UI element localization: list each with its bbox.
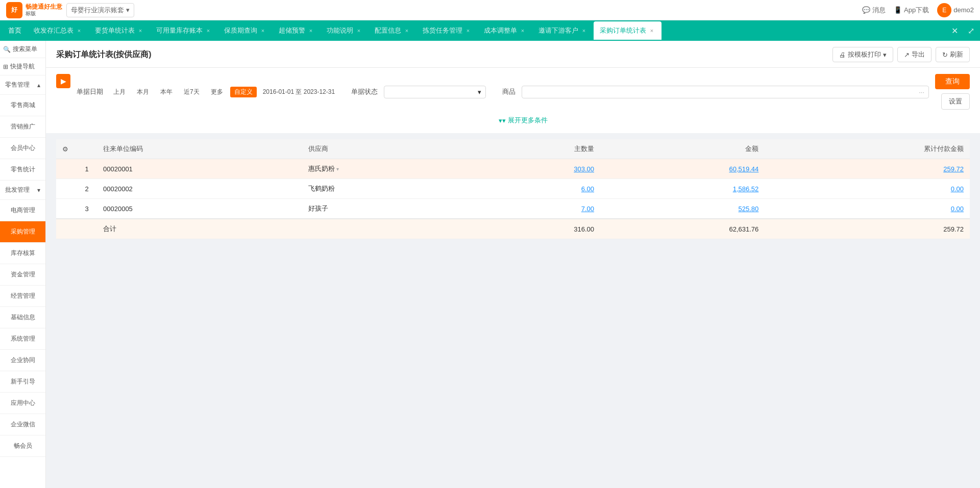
expand-more-button[interactable]: ▾▾ 展开更多条件 xyxy=(499,116,548,125)
status-select[interactable]: ▾ xyxy=(384,86,486,98)
tab-close-pick[interactable]: × xyxy=(464,27,472,34)
sidebar-item-marketing[interactable]: 营销推广 xyxy=(0,116,45,138)
page-header: 采购订单统计表(按供应商) 🖨 按模板打印 ▾ ↗ 导出 ↻ 刷新 xyxy=(46,41,980,68)
filter-row-1: 单据日期 上月 本月 本年 近7天 更多 自定义 2016-01-01 至 20… xyxy=(77,74,970,110)
date-shortcuts: 上月 本月 本年 近7天 更多 自定义 xyxy=(109,87,257,97)
logo-text: 畅捷通好生意 标版 xyxy=(26,3,62,16)
tab-warranty[interactable]: 保质期查询 × xyxy=(218,21,273,40)
tab-close-requisition[interactable]: × xyxy=(137,27,144,34)
tab-home[interactable]: 首页 xyxy=(2,21,28,40)
tab-close-collect[interactable]: × xyxy=(76,27,83,34)
col-settings[interactable]: ⚙ xyxy=(56,139,77,159)
row-qty: 303.00 xyxy=(472,159,600,179)
sidebar-item-member2[interactable]: 畅会员 xyxy=(0,435,45,457)
tab-close-invite[interactable]: × xyxy=(580,27,587,34)
shortcut-this-year[interactable]: 本年 xyxy=(156,87,177,97)
tenant-selector[interactable]: 母婴行业演示账套 ▾ xyxy=(66,3,134,17)
tab-cost-adj[interactable]: 成本调整单 × xyxy=(478,21,532,40)
settings-icon[interactable]: ⚙ xyxy=(62,145,68,153)
row-supplier: 好孩子 xyxy=(302,199,472,219)
tab-invite-down[interactable]: 邀请下游客户 × xyxy=(532,21,594,40)
shortcut-this-month[interactable]: 本月 xyxy=(133,87,153,97)
tab-close-warranty[interactable]: × xyxy=(259,27,266,34)
query-actions: 查询 设置 xyxy=(935,74,970,110)
tab-po-summary[interactable]: 采购订单统计表 × xyxy=(594,21,662,40)
tab-close-overstock[interactable]: × xyxy=(307,27,314,34)
logo-area: 好 畅捷通好生意 标版 xyxy=(6,2,62,18)
sidebar-item-purchase[interactable]: 采购管理 xyxy=(0,221,45,243)
footer-amount: 62,631.76 xyxy=(600,219,765,239)
sidebar-item-wholesale[interactable]: 批发管理 ▾ xyxy=(0,181,45,200)
sidebar-item-ecommerce[interactable]: 电商管理 xyxy=(0,200,45,221)
sidebar-quick-nav[interactable]: ⊞ 快捷导航 xyxy=(0,58,45,75)
tab-close-func[interactable]: × xyxy=(355,27,362,34)
settings-button[interactable]: 设置 xyxy=(941,93,970,110)
custom-date-badge[interactable]: 自定义 xyxy=(230,87,257,97)
tab-close-config[interactable]: × xyxy=(403,27,410,34)
page-title-row: 采购订单统计表(按供应商) 🖨 按模板打印 ▾ ↗ 导出 ↻ 刷新 xyxy=(56,47,970,62)
chevron-down-icon: ▾ xyxy=(126,6,130,14)
table-header-row: ⚙ 往来单位编码 供应商 主数量 金额 累计付款金额 xyxy=(56,139,970,159)
message-button[interactable]: 💬 消息 xyxy=(862,6,886,15)
tab-usable[interactable]: 可用量库存账本 × xyxy=(150,21,218,40)
row-qty: 6.00 xyxy=(472,179,600,199)
tab-requisition[interactable]: 要货单统计表 × xyxy=(89,21,150,40)
table-row[interactable]: 1 00020001 惠氏奶粉 ▾ 303.00 60,519.44 259.7… xyxy=(56,159,970,179)
app-download-button[interactable]: 📱 App下载 xyxy=(894,6,929,15)
chevron-up-icon: ▴ xyxy=(37,82,40,89)
row-qty: 7.00 xyxy=(472,199,600,219)
sidebar-item-wechat[interactable]: 企业微信 xyxy=(0,414,45,435)
sidebar-item-retail-stat[interactable]: 零售统计 xyxy=(0,159,45,181)
sidebar-item-capital[interactable]: 资金管理 xyxy=(0,264,45,286)
table-row[interactable]: 2 00020002 飞鹤奶粉 6.00 1,586.52 0.00 xyxy=(56,179,970,199)
sidebar-item-app-center[interactable]: 应用中心 xyxy=(0,393,45,414)
tab-func-desc[interactable]: 功能说明 × xyxy=(321,21,369,40)
tab-overstock[interactable]: 超储预警 × xyxy=(273,21,321,40)
footer-qty: 316.00 xyxy=(472,219,600,239)
row-amount: 1,586.52 xyxy=(600,179,765,199)
sidebar-item-retail[interactable]: 零售管理 ▴ xyxy=(0,75,45,95)
sidebar-item-basic[interactable]: 基础信息 xyxy=(0,307,45,328)
user-menu[interactable]: E demo2 xyxy=(937,3,974,17)
print-button[interactable]: 🖨 按模板打印 ▾ xyxy=(832,47,893,62)
row-code: 00020005 xyxy=(97,199,302,219)
sidebar-item-operation[interactable]: 经营管理 xyxy=(0,286,45,307)
shortcut-last-month[interactable]: 上月 xyxy=(109,87,130,97)
shortcut-more[interactable]: 更多 xyxy=(207,87,227,97)
table-container: ⚙ 往来单位编码 供应商 主数量 金额 累计付款金额 1 00020001 惠氏… xyxy=(46,133,980,488)
sidebar-item-inventory[interactable]: 库存核算 xyxy=(0,243,45,264)
content-area: 采购订单统计表(按供应商) 🖨 按模板打印 ▾ ↗ 导出 ↻ 刷新 xyxy=(46,41,980,488)
mobile-icon: 📱 xyxy=(894,6,902,14)
tab-close-po[interactable]: × xyxy=(648,27,655,34)
nav-icon: ⊞ xyxy=(3,63,8,70)
sidebar-item-system[interactable]: 系统管理 xyxy=(0,328,45,350)
tab-pick-task[interactable]: 拣货任务管理 × xyxy=(416,21,478,40)
col-supplier: 供应商 xyxy=(302,139,472,159)
product-input[interactable] xyxy=(526,88,917,96)
tab-config[interactable]: 配置信息 × xyxy=(369,21,416,40)
table-row[interactable]: 3 00020005 好孩子 7.00 525.80 0.00 xyxy=(56,199,970,219)
sidebar-item-member[interactable]: 会员中心 xyxy=(0,138,45,159)
col-amount: 金额 xyxy=(600,139,765,159)
export-button[interactable]: ↗ 导出 xyxy=(897,47,932,62)
sidebar-item-enterprise[interactable]: 企业协同 xyxy=(0,350,45,371)
chevron-down-icon: ▾ xyxy=(336,166,339,172)
nav-end-buttons: ✕ ⤢ xyxy=(947,23,978,38)
row-amount: 525.80 xyxy=(600,199,765,219)
row-supplier: 飞鹤奶粉 xyxy=(302,179,472,199)
tab-collect[interactable]: 收发存汇总表 × xyxy=(28,21,89,40)
sidebar-item-new-guide[interactable]: 新手引导 xyxy=(0,371,45,393)
shortcut-7days[interactable]: 近7天 xyxy=(180,87,204,97)
row-number: 1 xyxy=(77,159,97,179)
tab-close-usable[interactable]: × xyxy=(205,27,212,34)
sidebar-search[interactable]: 🔍 搜索菜单 xyxy=(0,41,45,58)
maximize-button[interactable]: ⤢ xyxy=(964,23,978,38)
sidebar-item-retail-mall[interactable]: 零售商城 xyxy=(0,95,45,116)
close-all-tabs-button[interactable]: ✕ xyxy=(947,23,962,38)
collapse-filter-button[interactable]: ▶ xyxy=(56,74,70,88)
expand-icon: ▾▾ xyxy=(499,117,506,124)
tab-close-cost[interactable]: × xyxy=(519,27,526,34)
query-button[interactable]: 查询 xyxy=(935,74,970,89)
refresh-button[interactable]: ↻ 刷新 xyxy=(936,47,970,62)
avatar: E xyxy=(937,3,951,17)
